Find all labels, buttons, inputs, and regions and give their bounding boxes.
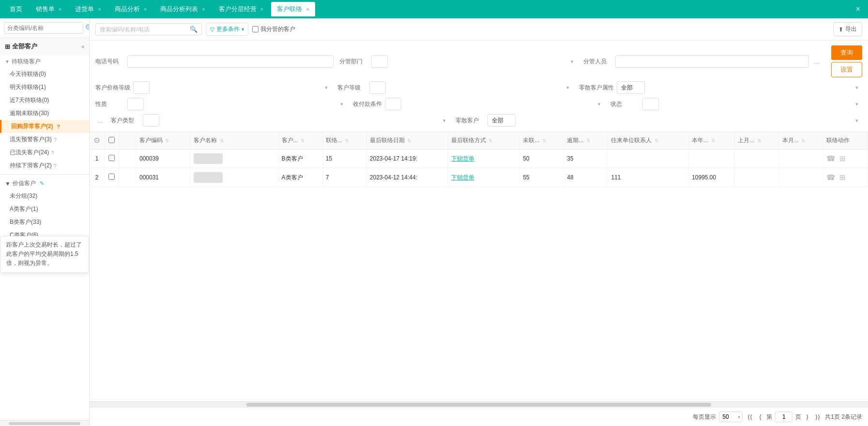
th-type[interactable]: 客户... ⇅: [278, 132, 322, 149]
nav-home[interactable]: 首页: [4, 2, 28, 16]
filter-dept-select[interactable]: [371, 55, 388, 68]
filter-status-select[interactable]: [642, 98, 659, 110]
anomaly-hint-icon[interactable]: ?: [55, 123, 62, 130]
total-records: 共1页 2条记录: [825, 413, 862, 421]
export-button[interactable]: ⬆ 导出: [833, 22, 862, 36]
close-icon[interactable]: ×: [144, 6, 147, 12]
more-filters-button[interactable]: ▽ 更多条件 ▾: [206, 23, 248, 36]
sidebar-scroll-bar[interactable]: [0, 420, 89, 426]
table-wrapper[interactable]: ⚙ 客户编码 ⇅ 客户名称: [90, 132, 868, 401]
th-name[interactable]: 客户名称 ⇅: [191, 132, 278, 149]
triangle-icon: ▼: [5, 180, 11, 187]
page-input[interactable]: [775, 411, 792, 422]
filter-person-input[interactable]: [615, 55, 809, 68]
filter-customer-type-select[interactable]: [143, 114, 159, 127]
last-method-link[interactable]: 下销货单: [451, 174, 474, 181]
sidebar-item-unclassified[interactable]: 未分组(32): [0, 190, 89, 203]
sidebar-pending-contact-group[interactable]: ▼ 待联络客户: [0, 55, 89, 68]
row-checkbox[interactable]: [108, 155, 115, 161]
filter-row-4: ... 客户类型 零散客户 全部: [95, 114, 862, 127]
sidebar-item-already-lost[interactable]: 已流失客户(24) ?: [0, 146, 89, 159]
already-lost-hint-icon[interactable]: ?: [51, 150, 54, 156]
sidebar-item-overdue[interactable]: 逾期未联络(30): [0, 107, 89, 120]
td-this-month: [779, 168, 823, 187]
horizontal-scroll-bar[interactable]: [90, 401, 868, 407]
edit-icon[interactable]: ✎: [40, 180, 44, 187]
close-icon[interactable]: ×: [98, 6, 101, 12]
th-this-year[interactable]: 本年... ⇅: [689, 132, 735, 149]
sidebar-item-tomorrow[interactable]: 明天待联络(1): [0, 81, 89, 94]
nav-tab-product-list[interactable]: 商品分析列表 ×: [154, 2, 211, 16]
prev-page-button[interactable]: ⟨: [757, 412, 763, 422]
sidebar-item-keep-decreasing[interactable]: 持续下滑客户(2) ?: [0, 159, 89, 172]
td-last-month: [735, 168, 779, 187]
phone-action-icon[interactable]: ☎: [826, 154, 836, 163]
export-icon: ⬆: [838, 26, 843, 33]
search-input[interactable]: [100, 26, 187, 33]
filter-gender-select[interactable]: [127, 98, 144, 110]
filter-phone-input[interactable]: [127, 55, 334, 68]
sidebar-item-today[interactable]: 今天待联络(0): [0, 68, 89, 81]
th-contact[interactable]: 联络... ⇅: [322, 132, 366, 149]
close-all-tabs[interactable]: ×: [852, 3, 864, 15]
td-this-month: [779, 149, 823, 168]
search-icon[interactable]: 🔍: [190, 26, 198, 33]
sidebar-value-customer-group[interactable]: ▼ 价值客户 ✎: [0, 176, 89, 190]
filter-panel: 电话号码 分管部门 分管人员 ... 查询: [90, 41, 868, 132]
th-overdue[interactable]: 逾期... ⇅: [564, 132, 608, 149]
th-unit-contact[interactable]: 往来单位联系人 ⇅: [608, 132, 689, 149]
first-page-button[interactable]: ⟨⟨: [746, 412, 754, 422]
nav-tab-customer-segment[interactable]: 客户分层经营 ×: [213, 2, 269, 16]
query-button[interactable]: 查询: [831, 45, 862, 60]
my-customer-checkbox-label[interactable]: 我分管的客户: [252, 25, 295, 33]
th-settings[interactable]: ⚙: [90, 132, 105, 149]
more-action-icon[interactable]: ⊞: [839, 173, 846, 182]
search-icon[interactable]: 🔍: [85, 24, 90, 32]
table-settings-icon[interactable]: ⚙: [92, 135, 101, 146]
close-icon[interactable]: ×: [59, 6, 61, 12]
close-icon[interactable]: ×: [202, 6, 205, 12]
per-page-select[interactable]: 50 100 200: [719, 411, 743, 422]
per-page-label: 每页显示: [693, 413, 716, 421]
th-not-contacted[interactable]: 未联... ⇅: [520, 132, 564, 149]
filter-customer-level-select[interactable]: [369, 81, 386, 94]
close-icon[interactable]: ×: [306, 6, 309, 12]
last-method-link[interactable]: 下销货单: [451, 155, 474, 162]
row-checkbox[interactable]: [108, 174, 115, 180]
person-dots-button[interactable]: ...: [812, 58, 822, 65]
nav-tab-sales[interactable]: 销售单 ×: [30, 2, 67, 16]
my-customer-checkbox[interactable]: [252, 26, 259, 32]
sidebar-item-class-b[interactable]: B类客户(33): [0, 216, 89, 229]
nav-tab-product-analysis[interactable]: 商品分析 ×: [109, 2, 152, 16]
td-num: 2: [90, 168, 105, 187]
sidebar-item-repurchase-anomaly[interactable]: 回购异常客户(2) ?: [0, 120, 89, 133]
next-page-button[interactable]: ⟩: [804, 412, 810, 422]
th-last-contact-method[interactable]: 最后联络方式 ⇅: [448, 132, 520, 149]
sidebar-all-customers[interactable]: ⊞ 全部客户 »: [0, 38, 89, 55]
sidebar-search-input[interactable]: [4, 22, 83, 34]
close-icon[interactable]: ×: [260, 6, 263, 12]
sidebar-item-lost-pre[interactable]: 流失预警客户(3) ?: [0, 133, 89, 146]
filter-retail-customer-select[interactable]: 全部: [487, 114, 516, 127]
th-this-month[interactable]: 本月... ⇅: [779, 132, 823, 149]
more-filters-dots[interactable]: ...: [95, 117, 105, 124]
td-this-year: 10995.00: [689, 168, 735, 187]
th-last-month[interactable]: 上月... ⇅: [735, 132, 779, 149]
nav-tab-purchase[interactable]: 进货单 ×: [69, 2, 107, 16]
filter-retail-attr-select[interactable]: 全部: [617, 81, 645, 94]
th-last-contact-date[interactable]: 最后联络日期 ⇅: [366, 132, 448, 149]
th-code[interactable]: 客户编码 ⇅: [137, 132, 191, 149]
sidebar-body: ⊞ 全部客户 » ▼ 待联络客户 今天待联络(0) 明天待联络(1) 近7天待联…: [0, 38, 89, 420]
sidebar-item-7days[interactable]: 近7天待联络(0): [0, 94, 89, 107]
lost-pre-hint-icon[interactable]: ?: [54, 137, 57, 143]
keep-decreasing-hint-icon[interactable]: ?: [54, 163, 57, 169]
sidebar-item-class-a[interactable]: A类客户(1): [0, 203, 89, 216]
settings-button[interactable]: 设置: [831, 62, 862, 77]
filter-payment-select[interactable]: [385, 98, 401, 110]
more-action-icon[interactable]: ⊞: [839, 154, 846, 163]
last-page-button[interactable]: ⟩⟩: [813, 412, 822, 422]
phone-action-icon[interactable]: ☎: [826, 173, 836, 182]
select-all-checkbox[interactable]: [108, 137, 115, 143]
nav-tab-customer-contact[interactable]: 客户联络 ×: [271, 2, 315, 16]
filter-price-level-select[interactable]: [133, 81, 150, 94]
